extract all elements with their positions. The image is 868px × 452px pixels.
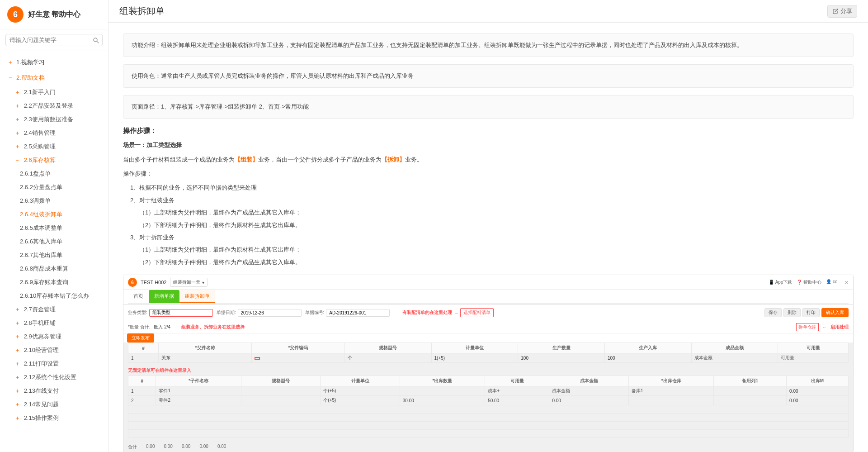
plus-icon: ＋ [7, 58, 14, 67]
step1: 1、根据不同的业务，选择不同单据的类型来处理 [130, 182, 854, 193]
td-b-cost-1: 成本金额 [549, 386, 628, 396]
mock-btn-apply[interactable]: 立即发布 [127, 333, 154, 343]
label-214: 2.14常见问题 [24, 401, 59, 408]
td-b-outm-2: 0.00 [787, 396, 849, 405]
mock-btn-print[interactable]: 打印 [802, 308, 820, 317]
content-area: 功能介绍：组装拆卸单用来处理企业组装或拆卸等加工业务，支持有固定装配清单的产品加… [108, 23, 868, 452]
mock-tab-home[interactable]: 首页 [128, 290, 149, 303]
mock-top-row-1: 1 关东 个 1(+5) 100 100 成本金额 可用量 [128, 353, 849, 363]
sidebar-item-22[interactable]: ＋ 2.2产品安装及登录 [0, 99, 108, 113]
sidebar-item-261[interactable]: 2.6.1盘点单 [0, 167, 108, 181]
th-spec: 规格型号 [344, 343, 431, 353]
sidebar-item-215[interactable]: ＋ 2.15操作案例 [0, 411, 108, 425]
td-b-unit-1: 个(+5) [321, 386, 400, 396]
th-inbound: 生产入库 [604, 343, 691, 353]
nav-section-title-videos[interactable]: ＋ 1.视频学习 [0, 55, 108, 70]
step3-sublist: （1）上部明细为父件明细，最终作为原材料生成其它出库单； （2）下部明细为子件明… [139, 244, 854, 267]
nav-section-title-docs[interactable]: － 2.帮助文档 [0, 70, 108, 86]
td-b-spec-2 [241, 396, 320, 405]
th-seq: # [128, 343, 159, 353]
mock-parent-code-input[interactable] [255, 357, 260, 360]
th-cost: 成品金额 [691, 343, 778, 353]
mock-field-type: 业务类型: [128, 309, 213, 317]
sidebar-item-269[interactable]: 2.6.9库存账本查询 [0, 276, 108, 289]
intro-text: 功能介绍：组装拆卸单用来处理企业组装或拆卸等加工业务，支持有固定装配清单的产品加… [132, 42, 743, 48]
sidebar-item-212[interactable]: ＋ 2.12系统个性化设置 [0, 371, 108, 384]
sidebar-item-263[interactable]: 2.6.3调拨单 [0, 194, 108, 208]
sidebar-item-23[interactable]: ＋ 2.3使用前数据准备 [0, 113, 108, 126]
td-b-name-2: 零件2 [156, 396, 241, 405]
step2-sub2: （2）下部明细为子件明细，最终作为原材料生成其它出库单。 [139, 220, 854, 230]
th-b-seq: # [128, 376, 156, 386]
td-parent-code-1 [251, 353, 344, 363]
sidebar-item-213[interactable]: ＋ 2.13在线支付 [0, 384, 108, 398]
nav-section-label-docs: 2.帮助文档 [16, 74, 45, 82]
plus-icon-24: ＋ [14, 129, 20, 136]
th-b-cost: 成本金额 [549, 376, 628, 386]
mock-select-btn[interactable]: 选择配料清单 [460, 308, 494, 317]
sidebar-item-265[interactable]: 2.6.5成本调整单 [0, 221, 108, 235]
th-b-avail: 可用量 [485, 376, 549, 386]
main-content-area: 组装拆卸单 分享 功能介绍：组装拆卸单用来处理企业组装或拆卸等加工业务，支持有固… [108, 0, 868, 452]
sidebar-item-211[interactable]: ＋ 2.11打印设置 [0, 357, 108, 371]
mock-icons-right: 📱 App下载 ❓ 帮助中心 👤 cc [769, 279, 837, 285]
sidebar-item-29[interactable]: ＋ 2.9优惠券管理 [0, 330, 108, 343]
sidebar-item-2610[interactable]: 2.6.10库存账本错了怎么办 [0, 289, 108, 303]
sidebar-item-264[interactable]: 2.6.4组装拆卸单 [0, 208, 108, 221]
td-available-1: 可用量 [778, 353, 849, 363]
label-25: 2.5采购管理 [24, 143, 56, 150]
annotation4-area: 无固定清单可在组件在这里录入 [123, 366, 853, 376]
sidebar-item-267[interactable]: 2.6.7其他出库单 [0, 248, 108, 262]
mock-field-code: 单据编号: [305, 309, 390, 317]
share-button[interactable]: 分享 [827, 5, 857, 18]
mock-btn-confirm[interactable]: 确认入库 [821, 308, 849, 317]
sidebar-item-268[interactable]: 2.6.8商品成本重算 [0, 262, 108, 276]
mock-field-warehouse[interactable]: 拆单仓库 [796, 323, 819, 331]
sidebar-item-26[interactable]: － 2.6库存核算 [0, 153, 108, 167]
sidebar-item-25[interactable]: ＋ 2.5采购管理 [0, 140, 108, 153]
annotation1-text: 有装配清单的在这里处理 [402, 309, 452, 316]
mock-type-input[interactable] [149, 309, 213, 317]
keyword-assemble: 【组装】 [235, 156, 258, 163]
mock-bottom-row-3 [128, 405, 849, 414]
plus-icon-21: ＋ [14, 89, 20, 95]
sidebar-item-27[interactable]: ＋ 2.7资金管理 [0, 303, 108, 316]
sidebar-item-21[interactable]: ＋ 2.1新手入门 [0, 86, 108, 99]
sidebar-item-24[interactable]: ＋ 2.4销售管理 [0, 126, 108, 140]
annotation3-area: 拆单仓库 [796, 323, 819, 331]
share-label: 分享 [840, 7, 852, 15]
scene1-title-text: 场景一：加工类型选择 [123, 142, 182, 148]
sidebar-search-area [0, 29, 108, 51]
arrow-icon-1: → [454, 310, 458, 315]
search-input[interactable] [5, 34, 103, 46]
td-b-outqty-1 [400, 386, 485, 396]
mock-close-icon[interactable]: ✕ [844, 280, 849, 285]
path-block: 页面路径：1、库存核算->库存管理->组装拆卸单 2、首页->常用功能 [123, 95, 854, 119]
sidebar-item-262[interactable]: 2.6.2分量盘点单 [0, 181, 108, 194]
sidebar-header: 6 好生意 帮助中心 [0, 0, 108, 29]
mock-date-input[interactable] [238, 309, 302, 317]
td-b-wh-2 [628, 396, 713, 405]
sidebar-item-214[interactable]: ＋ 2.14常见问题 [0, 398, 108, 411]
th-b-spec: 规格型号 [241, 376, 320, 386]
th-available: 可用量 [778, 343, 849, 353]
th-parent-name: *父件名称 [159, 343, 252, 353]
th-b-outqty: *出库数量 [400, 376, 485, 386]
mock-nav: 首页 新增单据 组装拆卸单 [123, 290, 853, 305]
plus-icon-215: ＋ [14, 414, 20, 421]
mock-btn-save[interactable]: 保存 [764, 308, 782, 317]
mock-btn-delete[interactable]: 删除 [783, 308, 801, 317]
intro-block: 功能介绍：组装拆卸单用来处理企业组装或拆卸等加工业务，支持有固定装配清单的产品加… [123, 33, 854, 57]
sidebar-item-266[interactable]: 2.6.6其他入库单 [0, 235, 108, 248]
sidebar-item-28[interactable]: ＋ 2.8手机旺铺 [0, 316, 108, 330]
th-b-outM: 出库M [787, 376, 849, 386]
mock-dropdown[interactable]: 组装拆卸一天 ▾ [170, 278, 208, 287]
mock-code-input[interactable] [326, 309, 390, 317]
plus-icon-213: ＋ [14, 387, 20, 394]
screenshot-container: 6 TEST-H002 组装拆卸一天 ▾ 📱 App下载 ❓ 帮助中心 👤 cc… [123, 275, 854, 452]
mock-tab-new[interactable]: 新增单据 [149, 290, 179, 303]
td-b-outqty-2: 30.00 [400, 396, 485, 405]
sidebar-item-210[interactable]: ＋ 2.10经营管理 [0, 343, 108, 357]
mock-tab-list[interactable]: 组装拆卸单 [179, 290, 215, 303]
steps-title: 操作步骤： [123, 168, 854, 179]
